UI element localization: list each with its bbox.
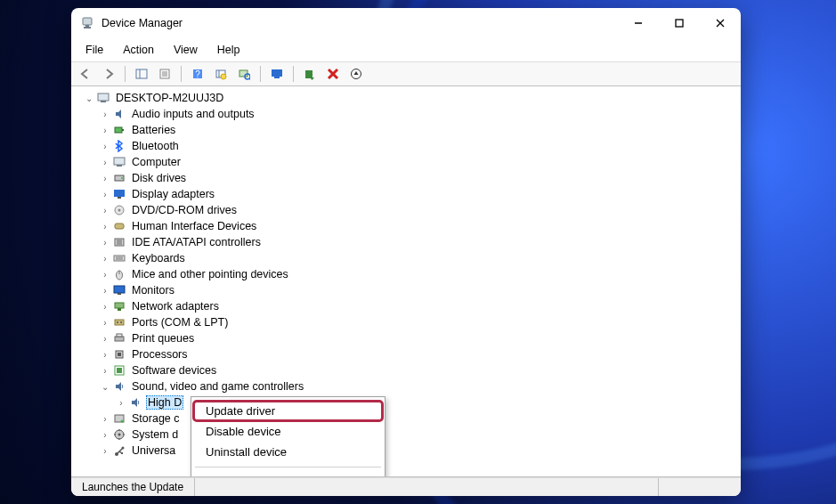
tree-item[interactable]: ›Computer [100,154,735,170]
toolbar-remove[interactable] [322,63,344,85]
tree-item[interactable]: ›Keyboards [100,250,735,266]
software-icon [112,363,126,378]
cpu-icon [112,347,126,362]
tree-item[interactable]: ›Print queues [100,330,735,346]
expand-icon: › [100,222,110,232]
network-icon [112,299,126,313]
tree-item-label: Human Interface Devices [130,220,258,232]
tree-item-label: Ports (COM & LPT) [130,316,230,329]
menu-action[interactable]: Action [114,40,163,60]
context-menu-divider [195,467,381,467]
tree-item-label: Monitors [130,284,176,297]
toolbar-help[interactable]: ? [187,63,208,85]
ports-icon [112,315,126,329]
expand-icon: › [100,366,110,376]
context-menu-item[interactable]: Update driver [193,401,383,421]
svg-rect-37 [114,190,125,197]
toolbar-back[interactable] [75,63,96,85]
computer-icon [96,91,110,105]
expand-icon: › [100,126,110,135]
context-menu-item[interactable]: Scan for hardware changes [193,472,383,477]
expand-icon[interactable]: ⌄ [84,93,94,103]
tree-item-label: High D [146,395,183,410]
tree-item[interactable]: ›DVD/CD-ROM drives [100,202,735,218]
svg-rect-7 [136,69,147,78]
svg-rect-22 [274,77,280,78]
toolbar-properties[interactable] [154,63,175,85]
disk-icon [112,171,126,185]
system-icon [112,427,126,442]
menubar: File Action View Help [71,38,741,62]
tree-item-label: Print queues [130,332,196,345]
expand-icon: › [100,238,110,248]
tree-item-label: Batteries [130,124,177,136]
tree-item[interactable]: ›Monitors [100,282,735,298]
tree-item[interactable]: ›Human Interface Devices [100,218,735,234]
context-menu-item[interactable]: Uninstall device [193,442,383,462]
bluetooth-icon [112,139,126,153]
svg-point-40 [118,209,121,212]
svg-rect-29 [98,93,109,101]
tree-item-label: Universa [130,444,177,457]
tree-item-label: Display adapters [130,188,216,200]
toolbar-forward[interactable] [98,63,119,85]
toolbar-show-tree[interactable] [131,63,152,85]
tree-item[interactable]: ›Audio inputs and outputs [100,106,735,122]
toolbar-show-hidden[interactable] [345,63,367,85]
svg-rect-0 [83,18,92,25]
svg-rect-2 [84,27,91,28]
tree-item[interactable]: ›Mice and other pointing devices [100,266,735,282]
svg-rect-46 [114,256,125,261]
tree-root[interactable]: ⌄ DESKTOP-M2UUJ3D [84,90,735,106]
tree-item-label: Disk drives [130,172,188,184]
svg-rect-58 [115,337,124,341]
toolbar-monitor[interactable] [266,63,288,85]
menu-help[interactable]: Help [208,40,249,60]
tree-item-label: Computer [130,156,183,168]
tree-item[interactable]: ›Ports (COM & LPT) [100,314,735,330]
menu-view[interactable]: View [165,40,207,60]
menu-file[interactable]: File [77,40,112,60]
tree-item[interactable]: ›Software devices [100,362,735,378]
expand-icon: › [100,334,110,344]
svg-rect-51 [114,286,125,293]
tree-item[interactable]: ›Disk drives [100,170,735,186]
svg-rect-59 [117,334,122,337]
svg-rect-55 [115,320,124,325]
context-menu-item[interactable]: Disable device [193,421,383,442]
expand-icon: › [100,318,110,328]
tree-item-label: Keyboards [130,252,187,264]
tree-item-label: DVD/CD-ROM drives [130,204,239,216]
expand-icon: › [100,110,110,119]
svg-rect-31 [115,127,122,133]
battery-icon [112,123,126,137]
tree-item-label: IDE ATA/ATAPI controllers [130,236,263,248]
window-title: Device Manager [101,17,183,29]
tree-item[interactable]: ›Processors [100,346,735,362]
svg-rect-41 [115,224,124,229]
ide-icon [112,235,126,249]
tree-item[interactable]: ›Network adapters [100,298,735,314]
expand-icon: › [100,414,110,424]
storage-icon [112,411,126,426]
hid-icon [112,219,126,233]
toolbar-scan[interactable] [233,63,255,85]
expand-icon: › [100,430,110,440]
toolbar-disable[interactable] [299,63,321,85]
svg-rect-32 [122,129,124,131]
toolbar: ? [71,62,741,86]
tree-item[interactable]: ›Display adapters [100,186,735,202]
maximize-button[interactable] [659,8,700,38]
tree-item[interactable]: ›IDE ATA/ATAPI controllers [100,234,735,250]
collapse-icon[interactable]: ⌄ [100,382,110,392]
device-tree[interactable]: ⌄ DESKTOP-M2UUJ3D ›Audio inputs and outp… [71,86,741,477]
tree-item[interactable]: ›Bluetooth [100,138,735,154]
svg-marker-28 [354,71,359,75]
expand-icon: › [100,206,110,215]
close-button[interactable] [700,8,741,38]
minimize-button[interactable] [618,8,659,38]
context-menu: Update driverDisable deviceUninstall dev… [191,396,386,477]
tree-item[interactable]: ›Batteries [100,122,735,138]
tree-item[interactable]: ⌄Sound, video and game controllers [100,378,735,394]
toolbar-update-driver[interactable] [210,63,231,85]
